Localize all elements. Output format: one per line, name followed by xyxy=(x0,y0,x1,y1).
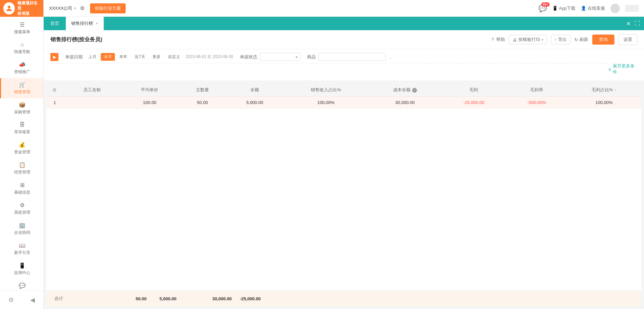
footer-label: 合计 xyxy=(50,294,67,303)
app-logo: 畅康通好生意 标准版 xyxy=(0,0,43,17)
cell-profit-pct: 100.00% xyxy=(567,97,641,109)
sidebar-item-marketing[interactable]: 📣 营销推广 xyxy=(0,58,43,78)
status-select[interactable] xyxy=(260,53,300,61)
filter-area: ▶ 单据日期 上月 本月 本年 近7天 更多 自定义 2023-06-01 至 … xyxy=(44,49,644,81)
help-icon: ？ xyxy=(490,37,495,43)
sidebar-item-search[interactable]: ☰ 搜索菜单 xyxy=(0,18,43,38)
goods-input[interactable] xyxy=(318,53,386,61)
app-name: 畅康通好生意 标准版 xyxy=(17,1,40,16)
refresh-btn[interactable]: ↻ 刷新 xyxy=(574,37,588,43)
column-settings-icon[interactable]: ⚙ xyxy=(52,87,57,93)
export-btn[interactable]: ↑ 导出 xyxy=(551,35,571,44)
maximize-icon[interactable]: ⛶ xyxy=(635,20,640,27)
table-header: ⚙ 员工名称 平均单价 主数量 全额 xyxy=(46,84,641,97)
trial-button[interactable]: 体验行业方案 xyxy=(90,3,126,13)
sidebar: 畅康通好生意 标准版 ☰ 搜索菜单 ⌂ 快捷导航 📣 营销推广 🛒 销售管理 📦… xyxy=(0,0,44,309)
goods-more-icon[interactable]: ... xyxy=(388,54,392,59)
sidebar-item-sales[interactable]: 🛒 销售管理 xyxy=(0,78,43,98)
close-tab-icon[interactable]: × xyxy=(96,21,98,26)
toggle-arrow-btn[interactable]: ▶ xyxy=(50,53,58,61)
collapse-icon[interactable]: ◀ xyxy=(28,294,37,306)
page-title: 销售排行榜(按业务员) xyxy=(50,36,102,43)
online-service-btn[interactable]: 👤 在线客服 xyxy=(581,5,605,11)
page-header: 销售排行榜(按业务员) ？ 帮助 🖨 按模板打印 ▾ ↑ 导出 ↻ 刷新 xyxy=(44,30,644,49)
tabbar: 首页 销售排行榜 × ✕ ⛶ xyxy=(44,17,644,30)
bottom-settings-icon[interactable]: ⚙ xyxy=(6,294,16,306)
template-print-btn[interactable]: 🖨 按模板打印 ▾ xyxy=(509,35,547,44)
tab-sales-ranking[interactable]: 销售排行榜 × xyxy=(66,17,104,30)
sidebar-item-enterprise[interactable]: 🏢 企业协同 xyxy=(0,219,43,239)
sidebar-item-inventory[interactable]: 🗄 库存核算 xyxy=(0,118,43,138)
avatar[interactable] xyxy=(610,4,620,13)
company-selector[interactable]: XXXXX公司 ▾ xyxy=(49,5,76,11)
notification-icon[interactable]: 💬 99+ xyxy=(539,4,547,12)
sidebar-item-finance[interactable]: 💰 资金管理 xyxy=(0,138,43,158)
enterprise-icon: 🏢 xyxy=(19,222,26,228)
last-month-btn[interactable]: 上月 xyxy=(85,53,99,61)
sidebar-item-wechat[interactable]: 💬 企业微信 xyxy=(0,279,43,291)
search-menu-icon: ☰ xyxy=(20,21,25,28)
footer-profit-rate xyxy=(265,297,292,300)
settings-button[interactable]: 设置 xyxy=(618,34,637,45)
app-download-btn[interactable]: 📱 App下载 xyxy=(552,5,575,11)
sidebar-item-system[interactable]: ⚙ 系统管理 xyxy=(0,199,43,219)
sidebar-item-label: 采购管理 xyxy=(14,109,30,115)
download-icon: 📱 xyxy=(552,6,558,11)
sidebar-item-apps[interactable]: 📱 应用中心 xyxy=(0,259,43,279)
sidebar-item-label: 销售管理 xyxy=(14,89,30,95)
more-btn[interactable]: 更多 xyxy=(149,53,164,61)
th-cost: 成本全额 i xyxy=(369,84,441,97)
tab-home[interactable]: 首页 xyxy=(44,17,66,30)
th-profit: 毛利 xyxy=(441,84,506,97)
cell-qty: 50.00 xyxy=(178,97,226,109)
last-7days-btn[interactable]: 近7天 xyxy=(132,53,148,61)
svg-point-0 xyxy=(8,6,10,8)
footer-avg-price xyxy=(101,297,128,300)
date-filter-label: 单据日期 xyxy=(65,54,83,60)
cost-info-icon[interactable]: i xyxy=(412,88,417,93)
table-body: 1 100.00 50.00 5,000.00 100.00% 30,000.0… xyxy=(46,97,641,109)
print-arrow-icon: ▾ xyxy=(542,38,543,42)
footer-qty: 50.00 xyxy=(128,295,155,303)
this-year-btn[interactable]: 本年 xyxy=(116,53,130,61)
topbar-settings-icon[interactable]: ⚙ xyxy=(80,5,85,11)
sidebar-item-quick-nav[interactable]: ⌂ 快捷导航 xyxy=(0,38,43,58)
home-tab-label: 首页 xyxy=(50,20,59,27)
page-content: 销售排行榜(按业务员) ？ 帮助 🖨 按模板打印 ▾ ↑ 导出 ↻ 刷新 xyxy=(44,30,644,309)
filter-row: ▶ 单据日期 上月 本月 本年 近7天 更多 自定义 2023-06-01 至 … xyxy=(50,53,637,61)
sidebar-item-operations[interactable]: 📋 经营管理 xyxy=(0,158,43,178)
custom-btn[interactable]: 自定义 xyxy=(165,53,183,61)
sidebar-item-purchase[interactable]: 📦 采购管理 xyxy=(0,98,43,118)
th-sales-pct-label: 销售收入占比% xyxy=(311,87,341,92)
th-profit-pct: 毛利占比% ↕ xyxy=(567,84,641,97)
tab-label: 销售排行榜 xyxy=(71,20,93,27)
chevron-down-icon: ∨ xyxy=(608,67,611,72)
company-name: XXXXX公司 xyxy=(49,5,72,11)
expand-conditions-btn[interactable]: ∨ 展开更多条件 xyxy=(608,63,637,75)
online-service-label: 在线客服 xyxy=(588,5,605,11)
sidebar-item-label: 基础信息 xyxy=(14,190,30,195)
table-footer: 合计 50.00 5,000.00 30,000.00 -25,000.00 xyxy=(46,291,641,306)
th-profit-pct-label: 毛利占比% xyxy=(592,87,613,92)
app-download-label: App下载 xyxy=(559,5,575,11)
sidebar-item-basic[interactable]: ⊞ 基础信息 xyxy=(0,178,43,199)
page-actions: ？ 帮助 🖨 按模板打印 ▾ ↑ 导出 ↻ 刷新 查询 设置 xyxy=(490,34,638,45)
th-cost-label: 成本全额 xyxy=(393,87,411,92)
help-btn[interactable]: ？ 帮助 xyxy=(490,37,505,43)
notification-badge: 99+ xyxy=(541,2,550,7)
this-month-btn[interactable]: 本月 xyxy=(101,53,115,61)
sidebar-item-label: 搜索菜单 xyxy=(14,29,30,35)
query-button[interactable]: 查询 xyxy=(592,35,614,45)
marketing-icon: 📣 xyxy=(19,61,26,68)
close-window-icon[interactable]: ✕ xyxy=(626,20,631,27)
sidebar-item-label: 快捷导航 xyxy=(14,49,30,55)
cell-rank: 1 xyxy=(46,97,63,109)
sidebar-item-label: 库存核算 xyxy=(14,129,30,135)
th-gear[interactable]: ⚙ xyxy=(46,84,63,97)
sidebar-item-label: 营销推广 xyxy=(14,69,30,75)
sidebar-item-guide[interactable]: 📖 新手引导 xyxy=(0,239,43,259)
help-label: 帮助 xyxy=(496,37,505,43)
topbar-right: 💬 99+ 📱 App下载 👤 在线客服 xyxy=(539,4,639,13)
sort-icon[interactable]: ↕ xyxy=(615,88,616,92)
refresh-icon: ↻ xyxy=(574,37,578,42)
